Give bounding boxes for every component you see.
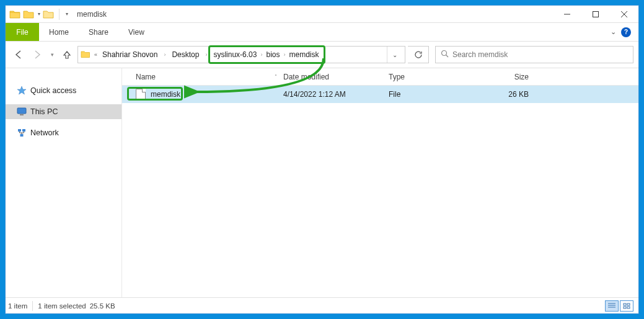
status-selection: 1 item selected	[38, 302, 86, 310]
svg-rect-14	[624, 303, 626, 305]
ribbon-tabs: File Home Share View ⌄ ?	[6, 23, 638, 42]
chevron-right-icon: ›	[205, 52, 207, 58]
svg-rect-9	[22, 129, 25, 132]
search-input[interactable]	[452, 50, 628, 59]
header-date[interactable]: Date modified	[283, 73, 389, 81]
star-icon	[17, 86, 27, 96]
file-row[interactable]: memdisk 4/14/2022 1:12 AM File 26 KB	[122, 86, 638, 103]
history-icon[interactable]: «	[94, 52, 97, 58]
network-icon	[17, 128, 27, 138]
svg-rect-15	[627, 303, 630, 305]
close-button[interactable]	[610, 6, 638, 23]
file-tab[interactable]: File	[6, 23, 39, 41]
crumb-bios[interactable]: bios	[263, 49, 282, 60]
maximize-button[interactable]	[581, 6, 610, 23]
help-icon[interactable]: ?	[621, 27, 631, 37]
qat-overflow-icon[interactable]: ▾	[66, 11, 68, 17]
tab-share[interactable]: Share	[79, 23, 118, 41]
address-bar[interactable]: « Shahriar Shovon › Desktop › syslinux-6…	[77, 46, 405, 63]
svg-rect-17	[627, 307, 630, 308]
recent-dropdown[interactable]: ▾	[48, 47, 56, 63]
file-date: 4/14/2022 1:12 AM	[283, 90, 389, 99]
forward-button[interactable]	[29, 47, 45, 63]
nav-quick-access[interactable]: Quick access	[6, 83, 121, 98]
minimize-button[interactable]	[553, 6, 581, 23]
qat-folder-icon[interactable]	[23, 9, 34, 19]
svg-point-4	[442, 51, 447, 56]
nav-network[interactable]: Network	[6, 125, 121, 140]
svg-rect-1	[593, 11, 599, 17]
view-icons-button[interactable]	[620, 300, 633, 312]
tab-view[interactable]: View	[118, 23, 154, 41]
header-name[interactable]: Name ˄	[122, 73, 283, 81]
file-type: File	[389, 90, 463, 99]
content-area: Name ˄ Date modified Type Size memdisk 4…	[122, 68, 638, 297]
column-headers: Name ˄ Date modified Type Size	[122, 68, 638, 86]
address-dropdown-icon[interactable]: ⌄	[387, 47, 402, 63]
crumb-memdisk[interactable]: memdisk	[286, 49, 321, 60]
body-split: Quick access This PC Network Name ˄ Date…	[6, 68, 638, 297]
chevron-right-icon: ›	[164, 52, 165, 58]
search-icon	[441, 49, 449, 60]
view-details-button[interactable]	[605, 300, 619, 312]
chevron-right-icon: ›	[260, 52, 262, 58]
ribbon-expand-icon[interactable]: ⌄	[611, 28, 616, 36]
nav-label: Quick access	[30, 86, 76, 95]
qat-open-icon[interactable]	[43, 9, 54, 19]
nav-row: ▾ « Shahriar Shovon › Desktop › syslinux…	[6, 42, 638, 68]
sort-caret-icon: ˄	[275, 74, 277, 79]
file-icon	[136, 89, 146, 100]
explorer-window: ▾ ▾ memdisk File Home Share View ⌄	[5, 5, 639, 314]
app-icon	[9, 9, 20, 19]
status-count: 1 item	[8, 302, 27, 310]
svg-rect-16	[624, 307, 626, 308]
crumb-user[interactable]: Shahriar Shovon	[100, 49, 160, 60]
svg-rect-7	[20, 114, 24, 115]
refresh-button[interactable]	[408, 46, 429, 63]
header-type[interactable]: Type	[389, 73, 463, 81]
crumb-syslinux[interactable]: syslinux-6.03	[211, 49, 259, 60]
header-size[interactable]: Size	[463, 73, 537, 81]
chevron-right-icon: ›	[283, 52, 285, 58]
status-size: 25.5 KB	[90, 302, 115, 310]
addr-folder-icon	[81, 50, 90, 60]
file-name: memdisk	[151, 90, 180, 99]
window-title: memdisk	[77, 10, 107, 19]
status-bar: 1 item 1 item selected 25.5 KB	[6, 297, 638, 313]
back-button[interactable]	[11, 47, 27, 63]
svg-rect-8	[18, 129, 21, 132]
up-button[interactable]	[59, 47, 75, 63]
svg-rect-6	[17, 108, 26, 114]
titlebar: ▾ ▾ memdisk	[6, 6, 638, 23]
nav-label: Network	[30, 128, 59, 137]
file-size: 26 KB	[463, 90, 537, 99]
monitor-icon	[17, 107, 27, 117]
tab-home[interactable]: Home	[39, 23, 79, 41]
qat-dropdown-icon[interactable]: ▾	[38, 11, 40, 17]
svg-rect-10	[20, 134, 24, 137]
svg-line-5	[446, 55, 449, 58]
nav-label: This PC	[30, 107, 58, 116]
nav-this-pc[interactable]: This PC	[6, 104, 121, 119]
search-box[interactable]	[435, 46, 633, 63]
crumb-desktop[interactable]: Desktop	[169, 49, 201, 60]
navigation-pane: Quick access This PC Network	[6, 68, 122, 297]
